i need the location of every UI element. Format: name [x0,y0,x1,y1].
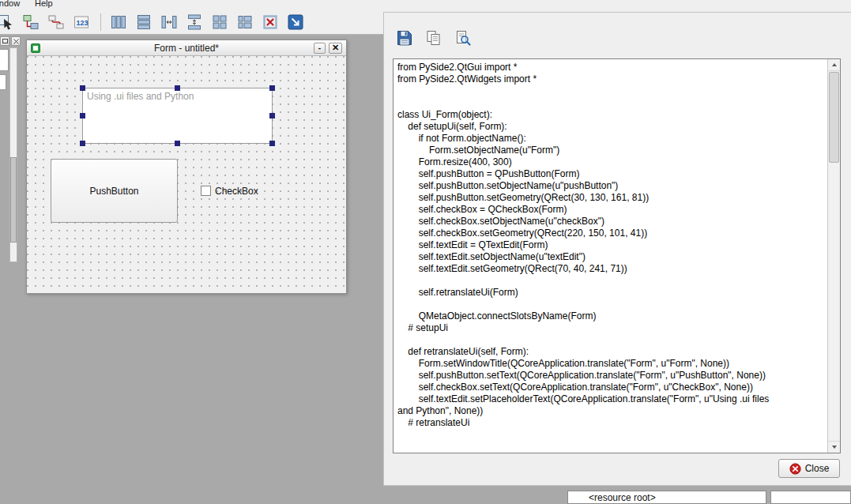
checkbox-indicator[interactable] [201,186,211,196]
resize-handle[interactable] [80,113,85,118]
layout-horizontal-button[interactable] [107,11,130,33]
dock-scrollbar[interactable] [9,47,17,262]
save-button[interactable] [393,27,416,49]
dock-float-icon [2,38,9,45]
dock-close-icon [13,38,20,45]
resize-handle[interactable] [269,85,275,91]
edit-signals-slots-button[interactable] [19,11,43,33]
dock-titlebar [0,36,21,46]
edit-signals-slots-icon [22,13,40,31]
layout-vertical-button[interactable] [132,11,156,33]
find-button[interactable] [452,27,474,49]
menu-window[interactable]: Window [0,0,20,8]
bottom-panel-fragment [770,491,851,504]
layout-vertical-splitter-button[interactable] [183,11,206,33]
edit-buddies-icon [47,13,65,31]
copy-button[interactable] [423,27,445,49]
dock-list-fragment-2 [0,74,6,90]
close-button-label: Close [805,463,830,474]
code-dialog-toolbar [393,27,474,49]
checkbox-label: CheckBox [215,186,258,197]
generated-python-code: from PySide2.QtGui import * from PySide2… [393,59,827,453]
resize-handle[interactable] [175,85,180,91]
tab-order-digits: 123 [77,19,88,27]
close-button[interactable]: Close [778,459,840,478]
dock-scrollbar-thumb[interactable] [10,157,17,243]
layout-vertical-icon [135,13,153,31]
pushbutton-widget[interactable]: PushButton [51,159,178,223]
edit-tab-order-icon: 123 [73,13,90,31]
resize-handle[interactable] [269,113,275,118]
textedit-widget[interactable]: Using .ui files and Python [82,88,273,144]
layout-grid-icon [211,13,228,31]
layout-horizontal-icon [110,13,127,31]
main-toolbar: 123 [0,10,309,34]
edit-widgets-button[interactable] [0,11,17,33]
close-circle-icon [789,463,801,475]
menu-help[interactable]: Help [35,0,53,8]
qt-designer-screen: Window Help [0,0,851,504]
scroll-down-button[interactable] [828,441,840,453]
resource-browser-fragment: <resource root> [567,491,766,504]
layout-form-icon [236,13,254,31]
edit-tab-order-button[interactable]: 123 [70,11,93,33]
edit-widgets-icon [0,13,14,31]
layout-vertical-splitter-icon [186,13,203,31]
resize-handle[interactable] [269,141,275,146]
scroll-up-button[interactable] [828,59,840,71]
adjust-size-button[interactable] [284,11,307,33]
form-canvas[interactable]: Using .ui files and Python PushButton Ch… [27,56,346,293]
toolbar-separator [100,13,101,31]
resize-handle[interactable] [80,141,85,146]
down-arrow-icon [832,446,837,449]
layout-horizontal-splitter-button[interactable] [157,11,181,33]
form-window-title: Form - untitled* [27,43,346,54]
dock-float-button[interactable] [0,36,9,46]
dock-close-button[interactable] [11,36,21,46]
minimize-button[interactable]: - [314,43,326,54]
form-window-titlebar[interactable]: Form - untitled* - ✕ [27,40,346,56]
dock-list-fragment [0,49,9,71]
resource-root-item[interactable]: <resource root> [568,491,766,503]
copy-icon [425,29,442,47]
textedit-placeholder: Using .ui files and Python [87,91,194,102]
resize-handle[interactable] [175,141,180,146]
adjust-size-icon [287,13,304,31]
view-code-dialog: from PySide2.QtGui import * from PySide2… [383,12,851,486]
save-icon [396,29,413,47]
code-scrollbar-thumb[interactable] [829,72,839,163]
break-layout-button[interactable] [258,11,282,33]
edit-buddies-button[interactable] [44,11,68,33]
close-window-button[interactable]: ✕ [329,43,342,54]
left-dock-fragment [0,35,21,504]
resize-handle[interactable] [80,85,85,91]
code-scrollbar[interactable] [827,59,840,453]
up-arrow-icon [832,63,837,66]
form-designer-window: Form - untitled* - ✕ Using .ui files and… [26,39,347,294]
break-layout-icon [262,13,279,31]
layout-form-button[interactable] [233,11,257,33]
code-view[interactable]: from PySide2.QtGui import * from PySide2… [393,58,841,453]
find-icon [454,29,472,47]
layout-grid-button[interactable] [208,11,232,33]
layout-horizontal-splitter-icon [160,13,178,31]
form-window-icon [31,43,40,53]
checkbox-widget[interactable]: CheckBox [201,175,281,207]
